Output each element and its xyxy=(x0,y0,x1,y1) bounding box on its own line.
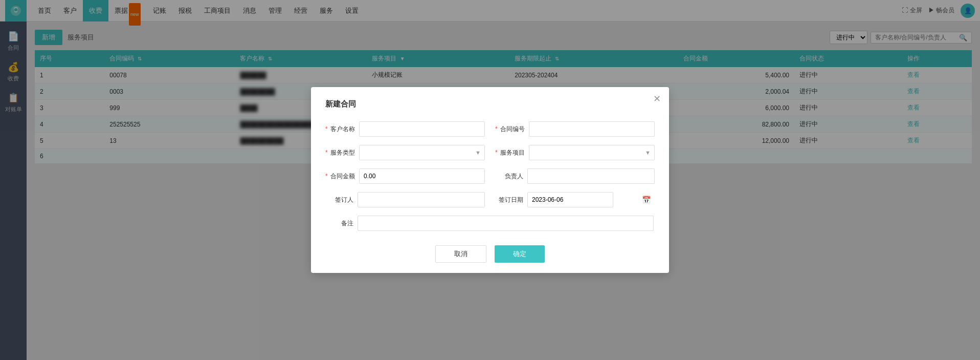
form-group-sign-date: 签订日期 📅 xyxy=(495,192,655,207)
dialog-close-button[interactable]: ✕ xyxy=(653,94,661,103)
form-group-customer: 客户名称 xyxy=(325,121,485,137)
customer-label: 客户名称 xyxy=(325,125,355,134)
contract-no-label: 合同编号 xyxy=(495,125,525,134)
amount-label: 合同金额 xyxy=(325,172,355,181)
form-group-service-item: 服务项目 ▼ xyxy=(495,145,655,160)
form-row-5: 备注 xyxy=(325,216,655,231)
form-group-service-type: 服务类型 ▼ xyxy=(325,145,485,160)
service-type-select-wrap: ▼ xyxy=(359,145,485,160)
form-group-remark: 备注 xyxy=(325,216,655,231)
form-row-4: 签订人 签订日期 📅 xyxy=(325,192,655,207)
signer-input[interactable] xyxy=(358,192,485,207)
dialog-title: 新建合同 xyxy=(325,99,655,109)
remark-label: 备注 xyxy=(325,219,353,228)
responsible-input[interactable] xyxy=(527,168,655,184)
calendar-icon: 📅 xyxy=(642,196,651,204)
contract-no-input[interactable] xyxy=(529,121,655,137)
service-item-select[interactable] xyxy=(529,145,655,160)
confirm-button[interactable]: 确定 xyxy=(495,245,545,263)
modal-overlay: 新建合同 ✕ 客户名称 合同编号 服务类型 ▼ 服务项目 xyxy=(0,0,980,360)
customer-name-input[interactable] xyxy=(359,121,485,137)
form-row-2: 服务类型 ▼ 服务项目 ▼ xyxy=(325,145,655,160)
service-type-select[interactable] xyxy=(359,145,485,160)
service-type-label: 服务类型 xyxy=(325,149,355,157)
form-group-amount: 合同金额 xyxy=(325,168,485,184)
cancel-button[interactable]: 取消 xyxy=(435,245,486,263)
amount-input[interactable] xyxy=(359,168,485,184)
responsible-label: 负责人 xyxy=(495,172,523,181)
remark-input[interactable] xyxy=(358,216,654,231)
service-item-label: 服务项目 xyxy=(495,149,525,157)
sign-date-wrap: 📅 xyxy=(527,192,655,207)
service-item-select-wrap: ▼ xyxy=(529,145,655,160)
form-group-signer: 签订人 xyxy=(325,192,485,207)
sign-date-input[interactable] xyxy=(527,192,613,207)
signer-label: 签订人 xyxy=(325,196,353,204)
form-group-contract-no: 合同编号 xyxy=(495,121,655,137)
form-group-responsible: 负责人 xyxy=(495,168,655,184)
form-row-3: 合同金额 负责人 xyxy=(325,168,655,184)
dialog-footer: 取消 确定 xyxy=(325,245,655,263)
form-row-1: 客户名称 合同编号 xyxy=(325,121,655,137)
new-contract-dialog: 新建合同 ✕ 客户名称 合同编号 服务类型 ▼ 服务项目 xyxy=(311,87,669,273)
sign-date-label: 签订日期 xyxy=(495,196,523,204)
